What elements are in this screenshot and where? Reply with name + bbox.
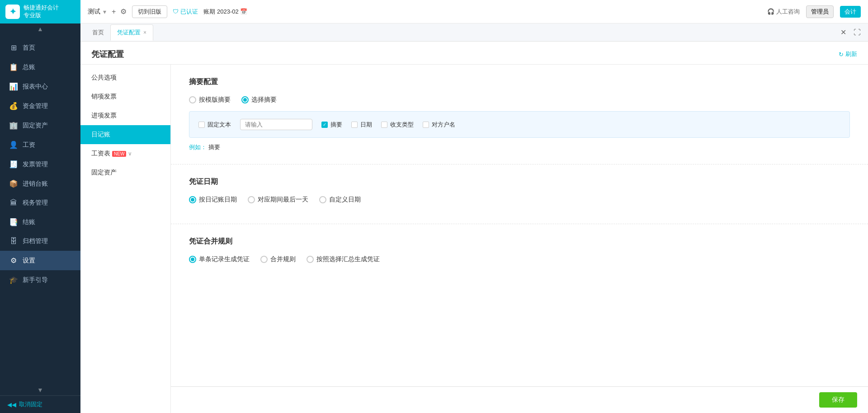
close-window-icon[interactable]: ✕ (839, 26, 848, 38)
date-radio-对应期间最后一天[interactable]: 对应期间最后一天 (248, 196, 308, 204)
bottom-bar: 保存 (171, 386, 868, 413)
radio-label: 选择摘要 (251, 96, 277, 104)
verified-badge: 🛡 已认证 (173, 8, 198, 16)
radio-circle (307, 256, 314, 263)
sidebar-item-工资[interactable]: 👤工资 (0, 135, 80, 155)
chevron-down-icon[interactable]: ▾ (103, 8, 106, 15)
merge-radio-按照选择汇总生成凭证[interactable]: 按照选择汇总生成凭证 (307, 255, 380, 263)
right-panel-wrap: 摘要配置 按模版摘要选择摘要 固定文本✓摘要日期收支类型对方户名 例如： 摘要 … (171, 65, 868, 413)
radio-circle (241, 96, 249, 103)
checkbox-item-摘要[interactable]: ✓摘要 (321, 121, 342, 129)
nav-icon: 📋 (9, 63, 18, 71)
summary-radio-group: 按模版摘要选择摘要 (189, 96, 850, 104)
sidebar-scroll-down[interactable]: ▼ (0, 385, 80, 395)
switch-version-button[interactable]: 切到旧版 (132, 5, 167, 18)
role-button[interactable]: 会计 (840, 6, 861, 18)
sidebar-item-新手引导[interactable]: 🎓新手引导 (0, 270, 80, 290)
summary-radio-按模版摘要[interactable]: 按模版摘要 (189, 96, 231, 104)
sidebar-item-税务管理[interactable]: 🏛税务管理 (0, 193, 80, 212)
topbar: 测试 ▾ + ⚙ 切到旧版 🛡 已认证 账期 2023-02 📅 🎧 人工咨询 … (80, 0, 868, 23)
checkbox-label: 摘要 (330, 121, 342, 129)
left-nav-item-公共选项[interactable]: 公共选项 (80, 68, 170, 87)
nav-label: 新手引导 (23, 276, 48, 284)
main-area: 测试 ▾ + ⚙ 切到旧版 🛡 已认证 账期 2023-02 📅 🎧 人工咨询 … (80, 0, 868, 413)
shield-icon: 🛡 (173, 8, 179, 15)
radio-label: 按日记账日期 (199, 196, 237, 204)
left-nav-item-进项发票[interactable]: 进项发票 (80, 106, 170, 125)
nav-label: 结账 (23, 218, 35, 226)
checkbox-item-收支类型[interactable]: 收支类型 (381, 121, 414, 129)
sidebar-item-固定资产[interactable]: 🏢固定资产 (0, 116, 80, 135)
nav-label: 发票管理 (23, 160, 48, 169)
consult-button[interactable]: 🎧 人工咨询 (767, 8, 800, 16)
refresh-button[interactable]: ↻ 刷新 (839, 50, 857, 58)
checkbox-item-对方户名[interactable]: 对方户名 (423, 121, 455, 129)
radio-circle (189, 196, 196, 203)
refresh-icon: ↻ (839, 51, 844, 58)
nav-chevron-icon: ∨ (126, 150, 132, 157)
nav-icon: 🏢 (9, 121, 18, 130)
sidebar-item-进销台账[interactable]: 📦进销台账 (0, 174, 80, 193)
radio-circle (189, 256, 196, 263)
tab-voucher-config[interactable]: 凭证配置 × (110, 24, 153, 41)
date-radio-自定义日期[interactable]: 自定义日期 (319, 196, 361, 204)
date-radio-按日记账日期[interactable]: 按日记账日期 (189, 196, 237, 204)
nav-label: 进销台账 (23, 180, 48, 188)
content-body: 公共选项销项发票进项发票日记账工资表NEW ∨固定资产 摘要配置 按模版摘要选择… (80, 65, 868, 413)
sidebar-item-报表中心[interactable]: 📊报表中心 (0, 77, 80, 96)
nav-icon: 💰 (9, 102, 18, 110)
settings-icon[interactable]: ⚙ (120, 7, 127, 16)
nav-label: 设置 (23, 257, 35, 265)
user-button[interactable]: 管理员 (806, 5, 834, 18)
nav-label: 归档管理 (23, 237, 48, 245)
logo-icon: ✦ (5, 5, 20, 19)
fixed-text-input[interactable] (240, 119, 312, 130)
merge-title: 凭证合并规则 (189, 237, 850, 246)
nav-label: 税务管理 (23, 199, 48, 207)
merge-radio-合并规则[interactable]: 合并规则 (260, 255, 296, 263)
left-nav-item-工资表[interactable]: 工资表NEW ∨ (80, 144, 170, 163)
sidebar-item-结账[interactable]: 📑结账 (0, 212, 80, 232)
nav-icon: 🗄 (9, 237, 18, 245)
radio-label: 单条记录生成凭证 (199, 255, 250, 263)
right-panel: 摘要配置 按模版摘要选择摘要 固定文本✓摘要日期收支类型对方户名 例如： 摘要 … (171, 65, 868, 386)
sidebar-scroll-up[interactable]: ▲ (0, 23, 80, 34)
sidebar-item-首页[interactable]: ⊞首页 (0, 38, 80, 57)
checkbox-item-日期[interactable]: 日期 (351, 121, 372, 129)
calendar-icon[interactable]: 📅 (240, 8, 247, 15)
merge-radio-group: 单条记录生成凭证合并规则按照选择汇总生成凭证 (189, 255, 850, 263)
left-nav-item-固定资产[interactable]: 固定资产 (80, 163, 170, 182)
sidebar-item-总账[interactable]: 📋总账 (0, 57, 80, 77)
save-button[interactable]: 保存 (819, 392, 857, 408)
date-section: 凭证日期 按日记账日期对应期间最后一天自定义日期 (171, 164, 868, 224)
checkbox-label: 对方户名 (432, 121, 455, 129)
left-nav-item-日记账[interactable]: 日记账 (80, 125, 170, 144)
sidebar-pin-toggle[interactable]: ◀◀ 取消固定 (0, 395, 80, 413)
summary-title: 摘要配置 (189, 77, 850, 87)
expand-icon[interactable]: ⛶ (852, 27, 863, 38)
sidebar-item-资金管理[interactable]: 💰资金管理 (0, 96, 80, 116)
nav-label: 报表中心 (23, 83, 48, 91)
nav-label: 资金管理 (23, 102, 48, 110)
summary-section: 摘要配置 按模版摘要选择摘要 固定文本✓摘要日期收支类型对方户名 例如： 摘要 (171, 65, 868, 164)
project-selector[interactable]: 测试 ▾ (88, 8, 106, 16)
checkbox-item-固定文本[interactable]: 固定文本 (198, 121, 231, 129)
left-nav: 公共选项销项发票进项发票日记账工资表NEW ∨固定资产 (80, 65, 171, 413)
radio-circle (248, 196, 255, 203)
period-display: 账期 2023-02 📅 (203, 8, 247, 16)
tab-home[interactable]: 首页 (86, 25, 110, 40)
tab-close-icon[interactable]: × (143, 29, 146, 36)
radio-label: 对应期间最后一天 (258, 196, 308, 204)
tabbar-right: ✕ ⛶ (839, 26, 863, 38)
add-icon[interactable]: + (112, 8, 116, 16)
left-nav-item-销项发票[interactable]: 销项发票 (80, 87, 170, 106)
nav-icon: 🏛 (9, 199, 18, 207)
sidebar-item-发票管理[interactable]: 🧾发票管理 (0, 155, 80, 174)
new-badge: NEW (112, 151, 126, 157)
sidebar-item-归档管理[interactable]: 🗄归档管理 (0, 232, 80, 251)
summary-radio-选择摘要[interactable]: 选择摘要 (241, 96, 277, 104)
checkbox-box (198, 122, 205, 128)
sidebar-item-设置[interactable]: ⚙设置 (0, 251, 80, 270)
merge-radio-单条记录生成凭证[interactable]: 单条记录生成凭证 (189, 255, 250, 263)
nav-label: 总账 (23, 63, 35, 71)
